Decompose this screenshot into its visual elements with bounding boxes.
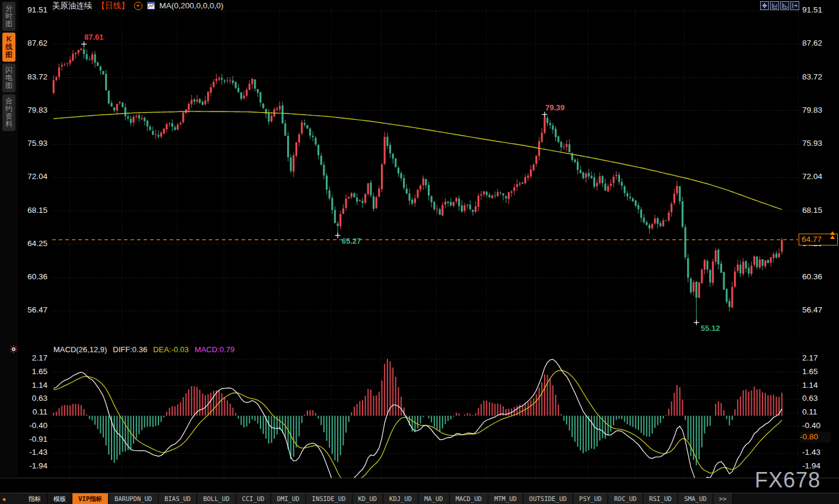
sidebar-tab-2[interactable]: K线图: [2, 33, 15, 62]
toolbar-item-KDJ_UD[interactable]: KDJ_UD: [383, 493, 418, 504]
macd-diff-value: DIFF:0.36: [113, 345, 147, 354]
toolbar-item-VIP指标[interactable]: VIP指标: [72, 493, 109, 504]
price-up-arrow-icon: [830, 235, 835, 239]
trading-app-window: 分时图K线图闪电图合约资料 美原油连续 【日线】 + MA(0,200,0,0,…: [0, 0, 839, 504]
price-axis-label: 68.15: [802, 206, 822, 215]
price-axis-label: 72.04: [18, 172, 47, 181]
period-tag[interactable]: 【日线】: [97, 1, 129, 11]
extreme-cross-marker: [335, 233, 341, 238]
macd-axis-label: 1.14: [802, 381, 818, 390]
sidebar: 分时图K线图闪电图合约资料: [0, 0, 18, 478]
price-axis-label: 91.51: [802, 5, 822, 14]
toolbar-item-SMA_UD[interactable]: SMA_UD: [678, 493, 713, 504]
chart-header: 美原油连续 【日线】 + MA(0,200,0,0,0,0): [52, 1, 228, 11]
macd-axis-label: -1.43: [802, 448, 821, 457]
ma-params-label: MA(0,200,0,0,0,0): [160, 1, 224, 10]
price-axis-label: 64.25: [18, 239, 47, 248]
macd-axis-label: -0.91: [18, 435, 47, 444]
price-axis-label: 79.83: [802, 106, 822, 114]
price-axis-label: 75.93: [802, 139, 822, 148]
price-axis-label: 83.72: [802, 72, 822, 81]
sidebar-tab-1[interactable]: 分时图: [2, 2, 15, 31]
chart-tool-buttons: [760, 1, 799, 10]
toolbar-item-KD_UD[interactable]: KD_UD: [352, 493, 384, 504]
macd-axis-label: -1.94: [18, 461, 47, 470]
extreme-cross-marker: [542, 112, 547, 117]
extreme-cross-marker: [81, 42, 87, 47]
price-axis-label: 68.15: [18, 206, 47, 215]
macd-axis-label: 0.11: [18, 407, 47, 416]
toolbar-item-MA_UD[interactable]: MA_UD: [418, 493, 450, 504]
price-annotation: 87.61: [84, 33, 104, 42]
crosshair-tool-icon[interactable]: [760, 1, 769, 10]
candlestick-layer: [53, 44, 783, 323]
price-axis-label: 79.83: [18, 106, 47, 114]
toolbar-item-CCI_UD[interactable]: CCI_UD: [236, 493, 271, 504]
toolbar-item-MTM_UD[interactable]: MTM_UD: [488, 493, 523, 504]
macd-current-value-box: -0.80: [800, 432, 831, 442]
toolbar-item-BOLL_UD[interactable]: BOLL_UD: [197, 493, 236, 504]
toolbar-item-模板[interactable]: 模板: [47, 493, 72, 504]
price-axis-label: 91.51: [18, 5, 47, 14]
macd-title: MACD(26,12,9): [53, 345, 107, 354]
toolbar-item-INSIDE_UD[interactable]: INSIDE_UD: [306, 493, 352, 504]
toolbar-item-BIAS_UD[interactable]: BIAS_UD: [158, 493, 197, 504]
toolbar-item-MACD_UD[interactable]: MACD_UD: [450, 493, 488, 504]
sidebar-tab-3[interactable]: 闪电图: [2, 63, 15, 92]
price-axis-label: 87.62: [18, 39, 47, 47]
toolbar-item-OUTSIDE_UD[interactable]: OUTSIDE_UD: [523, 493, 573, 504]
toolbar-item->>[interactable]: >>: [713, 493, 733, 504]
toolbar-diamond-icon[interactable]: ◆: [0, 493, 23, 504]
price-axis-label: 83.72: [18, 72, 47, 81]
macd-axis-label: 0.63: [802, 394, 818, 403]
macd-axis-label: 1.14: [18, 381, 47, 390]
macd-axis-label: 2.17: [802, 353, 818, 362]
toolbar-item-ROC_UD[interactable]: ROC_UD: [608, 493, 643, 504]
price-axis-label: 56.47: [18, 305, 47, 314]
symbol-title: 美原油连续: [52, 1, 93, 11]
circle-plus-icon[interactable]: +: [134, 2, 142, 10]
toolbar-item-DMI_UD[interactable]: DMI_UD: [271, 493, 306, 504]
macd-axis-label: -0.40: [802, 421, 821, 430]
indicator-toolbar: ◆ 指标模板VIP指标BARUPDN_UDBIAS_UDBOLL_UDCCI_U…: [0, 493, 839, 504]
toolbar-item-BARUPDN_UD[interactable]: BARUPDN_UD: [109, 493, 158, 504]
toolbar-item-PSY_UD[interactable]: PSY_UD: [573, 493, 608, 504]
alert-burst-icon[interactable]: [9, 344, 18, 356]
chart-canvas[interactable]: [0, 0, 839, 504]
macd-layer: [53, 359, 781, 497]
macd-axis-label: -1.43: [18, 448, 47, 457]
price-annotation: 79.39: [545, 103, 565, 112]
extreme-cross-marker: [694, 320, 699, 325]
price-annotation: 65.27: [342, 237, 361, 245]
macd-axis-label: -0.40: [18, 421, 47, 430]
price-axis-label: 72.04: [802, 172, 822, 181]
date-axis-row: 日线▲ ◇ 2024/042024/052024/062024/072024/0…: [0, 478, 839, 493]
macd-axis-label: 2.17: [18, 353, 47, 362]
macd-macd-value: MACD:0.79: [195, 345, 234, 354]
price-axis-label: 87.62: [802, 39, 822, 47]
sidebar-tab-4[interactable]: 合约资料: [2, 94, 15, 131]
price-axis-label: 60.36: [802, 272, 822, 281]
mini-chart-icon[interactable]: [147, 2, 155, 9]
price-axis-label: 75.93: [18, 139, 47, 148]
macd-axis-label: 0.11: [802, 407, 817, 416]
compress-kline-icon[interactable]: [770, 1, 779, 10]
toolbar-item-RSI_UD[interactable]: RSI_UD: [643, 493, 678, 504]
macd-axis-label: 1.65: [802, 367, 818, 376]
macd-axis-label: 0.63: [18, 394, 47, 403]
price-axis-label: 56.47: [802, 305, 822, 314]
move-right-icon[interactable]: [790, 1, 799, 10]
price-annotation: 55.12: [701, 324, 720, 333]
price-axis-label: 60.36: [18, 272, 47, 281]
toolbar-item-指标[interactable]: 指标: [23, 493, 47, 504]
watermark: FX678: [755, 468, 821, 493]
macd-dea-value: DEA:-0.03: [153, 345, 189, 354]
price-up-arrow-icon: [830, 231, 835, 235]
macd-header: MACD(26,12,9) DIFF:0.36 DEA:-0.03 MACD:0…: [53, 345, 234, 354]
macd-axis-label: 1.65: [18, 367, 47, 376]
expand-kline-icon[interactable]: [780, 1, 789, 10]
